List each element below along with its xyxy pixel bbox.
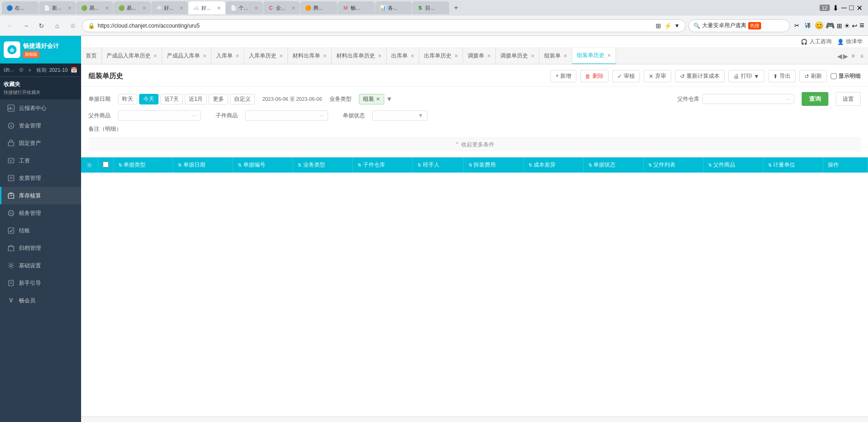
parent-goods-more-icon[interactable]: ··· <box>192 112 197 119</box>
browser-tab-10[interactable]: 📊 各... <box>375 1 412 14</box>
tab-close-inbound[interactable]: ✕ <box>235 53 239 58</box>
address-dropdown-icon[interactable]: ▼ <box>674 23 680 29</box>
tab-close-prod-inbound[interactable]: ✕ <box>203 53 206 58</box>
undo-icon[interactable]: ↩ <box>852 22 857 29</box>
nav-item-cloud-report[interactable]: 云报表中心 <box>0 99 81 117</box>
tab-material-out[interactable]: 材料出库单 ✕ <box>288 48 332 64</box>
nav-item-fixed-asset[interactable]: 固定资产 <box>0 134 81 152</box>
tab-close-material-out[interactable]: ✕ <box>323 53 327 58</box>
th-type[interactable]: ⇅ 单据类型 <box>113 157 173 173</box>
tab-prod-inbound-history[interactable]: 产成品入库单历史 ✕ <box>102 48 162 64</box>
tab-close-4[interactable]: ✕ <box>142 6 146 11</box>
recalculate-button[interactable]: ↺ 重新计算成本 <box>675 70 725 82</box>
approve-button[interactable]: ✓ 审核 <box>612 70 640 82</box>
tab-close-disassemble-history[interactable]: ✕ <box>531 53 534 58</box>
tab-close-3[interactable]: ✕ <box>105 6 109 11</box>
minimize-button[interactable]: ─ <box>841 4 846 12</box>
tab-close-disassemble[interactable]: ✕ <box>487 53 491 58</box>
child-goods-input[interactable]: ··· <box>245 110 328 121</box>
biz-type-dropdown[interactable]: ▼ <box>386 95 393 103</box>
browser-tab-1[interactable]: 🔵 在... <box>2 1 39 14</box>
th-date[interactable]: ⇅ 单据日期 <box>173 157 233 173</box>
add-button[interactable]: + 新增 <box>551 70 576 82</box>
sun-icon[interactable]: ☀ <box>844 22 850 29</box>
date-more-btn[interactable]: 更多 <box>209 94 228 104</box>
browser-tab-5[interactable]: ☁️ 好... ✕ <box>151 1 188 14</box>
tab-disassemble-history[interactable]: 调拨单历史 ✕ <box>496 48 540 64</box>
favorites-section[interactable]: 收藏夹 快捷键打开收藏夹 <box>0 77 81 99</box>
tab-material-out-history[interactable]: 材料出库单历史 ✕ <box>332 48 387 64</box>
tab-assembly[interactable]: 组装单 ✕ <box>540 48 572 64</box>
nav-item-tax[interactable]: 税务管理 <box>0 204 81 222</box>
show-detail-checkbox-area[interactable]: 显示明细 <box>831 72 861 80</box>
tab-close-prod-inbound-history[interactable]: ✕ <box>153 53 157 58</box>
abandon-button[interactable]: ✕ 弃审 <box>644 70 671 82</box>
refresh-button[interactable]: ↺ 刷新 <box>799 70 827 82</box>
tab-prod-inbound[interactable]: 产成品入库单 ✕ <box>162 48 211 64</box>
browser-tab-active[interactable]: ☁️ 好... ✕ <box>188 1 225 14</box>
tab-inbound-history[interactable]: 入库单历史 ✕ <box>244 48 288 64</box>
print-button[interactable]: 🖨 打印 ▼ <box>728 70 764 82</box>
settings-button[interactable]: 设置 <box>836 92 861 106</box>
query-button[interactable]: 查询 <box>802 92 828 106</box>
th-sub-warehouse[interactable]: ⇅ 子件仓库 <box>353 157 413 173</box>
th-status[interactable]: ⇅ 单据状态 <box>583 157 643 173</box>
grid2-icon[interactable]: ⊞ <box>837 22 842 29</box>
refresh-browser-button[interactable]: ↻ <box>35 19 48 32</box>
date-custom-btn[interactable]: 自定义 <box>230 94 255 104</box>
export-button[interactable]: ⬆ 导出 <box>768 70 796 82</box>
nav-item-fund[interactable]: ¥ 资金管理 <box>0 117 81 134</box>
th-number[interactable]: ⇅ 单据编号 <box>233 157 293 173</box>
tab-outbound[interactable]: 出库单 ✕ <box>387 48 419 64</box>
browser-tab-11[interactable]: S 目... <box>412 1 449 14</box>
tab-close-material-out-history[interactable]: ✕ <box>378 53 381 58</box>
child-goods-more-icon[interactable]: ··· <box>319 112 324 119</box>
maximize-button[interactable]: □ <box>849 4 854 12</box>
tab-close-2[interactable]: ✕ <box>68 6 71 11</box>
nav-item-payroll[interactable]: 工资 <box>0 152 81 169</box>
th-biz-type[interactable]: ⇅ 业务类型 <box>293 157 353 173</box>
parent-goods-input[interactable]: ··· <box>118 110 201 121</box>
tab-close-assembly[interactable]: ✕ <box>563 53 567 58</box>
tab-prev-button[interactable]: ◀ <box>837 52 842 60</box>
parent-warehouse-more-icon[interactable]: ··· <box>786 96 790 102</box>
th-unit[interactable]: ⇅ 计量单位 <box>763 157 823 173</box>
downloads-icon[interactable]: ⬇ <box>833 4 839 12</box>
translate-icon[interactable]: 译 <box>803 20 813 32</box>
tab-close-inbound-history[interactable]: ✕ <box>279 53 283 58</box>
browser-tab-8[interactable]: 🟠 腾... <box>300 1 337 14</box>
date-today-btn[interactable]: 今天 <box>139 94 158 104</box>
game-icon[interactable]: 🎮 <box>826 21 835 30</box>
customer-service-btn[interactable]: 🎧 人工咨询 <box>801 38 832 46</box>
calendar-icon[interactable]: 📅 <box>70 67 77 73</box>
close-button[interactable]: ✕ <box>856 4 862 12</box>
tab-close-assembly-history[interactable]: ✕ <box>607 53 611 58</box>
search-area[interactable]: 🔍 大量安卓用户逃离 热搜 <box>688 19 790 32</box>
user-area[interactable]: 👤 徐泽华 <box>837 38 862 46</box>
grid-icon[interactable]: ⊞ <box>656 22 661 29</box>
tab-home[interactable]: 首页 <box>81 48 102 64</box>
browser-tab-7[interactable]: C 企... ✕ <box>263 1 300 14</box>
emoji-icon[interactable]: 😊 <box>815 21 824 30</box>
tab-next-button[interactable]: ▶ <box>843 52 848 60</box>
select-all-checkbox[interactable] <box>103 162 109 168</box>
settings-icon[interactable]: ⚙ <box>19 67 24 73</box>
th-disassemble-fee[interactable]: ⇅ 拆装费用 <box>463 157 523 173</box>
tab-close-7[interactable]: ✕ <box>292 6 295 11</box>
browser-tab-6[interactable]: 📄 个... ✕ <box>226 1 263 14</box>
nav-item-settings[interactable]: 基础设置 <box>0 257 81 274</box>
browser-tab-4[interactable]: 🟢 易... ✕ <box>114 1 151 14</box>
date-7days-btn[interactable]: 近7天 <box>160 94 183 104</box>
th-checkbox[interactable] <box>98 157 113 173</box>
bookmark-button[interactable]: ☆ <box>66 19 79 32</box>
browser-tab-3[interactable]: 🟢 易... ✕ <box>76 1 113 14</box>
th-parent-list[interactable]: ⇅ 父件列表 <box>643 157 703 173</box>
cut-icon[interactable]: ✂ <box>792 20 801 31</box>
nav-item-guide[interactable]: 新手引导 <box>0 274 81 292</box>
home-button[interactable]: ⌂ <box>51 19 64 32</box>
tab-close-outbound-history[interactable]: ✕ <box>454 53 458 58</box>
parent-warehouse-input[interactable]: ··· <box>702 94 794 104</box>
horizontal-scrollbar[interactable] <box>81 416 868 422</box>
tab-close-all-button[interactable]: ✕ <box>849 52 857 60</box>
tab-close-5[interactable]: ✕ <box>180 6 183 11</box>
